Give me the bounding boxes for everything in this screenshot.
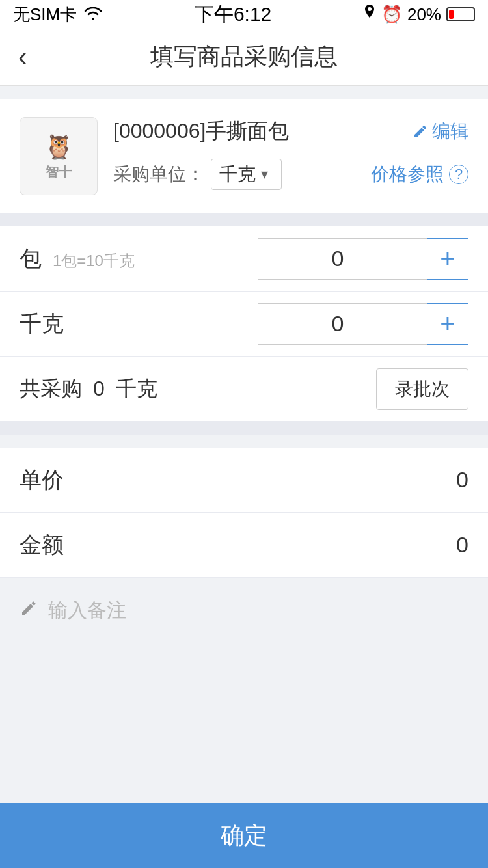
nav-bar: ‹ 填写商品采购信息 <box>0 29 488 86</box>
battery-icon <box>446 7 475 21</box>
alarm-icon: ⏰ <box>381 5 402 25</box>
bag-input-row: 包 1包=10千克 + <box>0 226 488 292</box>
kg-label-group: 千克 <box>20 309 64 339</box>
status-right: ⏰ 20% <box>363 5 475 25</box>
input-section: 包 1包=10千克 + 千克 + 共采购 0 千克 录批次 <box>0 226 488 422</box>
unit-select[interactable]: 千克 ▾ <box>211 159 282 190</box>
status-bar: 无SIM卡 下午6:12 ⏰ 20% <box>0 0 488 29</box>
amount-label: 金额 <box>20 530 64 560</box>
unit-price-row: 单价 0 <box>0 448 488 513</box>
total-unit: 千克 <box>116 377 157 400</box>
kg-label: 千克 <box>20 311 64 336</box>
kg-input-right: + <box>258 303 468 345</box>
kg-input-row: 千克 + <box>0 292 488 357</box>
bag-quantity-input[interactable] <box>258 238 427 280</box>
wifi-icon <box>83 5 103 25</box>
batch-button[interactable]: 录批次 <box>376 368 468 410</box>
status-time: 下午6:12 <box>195 1 271 28</box>
bag-input-right: + <box>258 238 468 280</box>
product-thumbnail: 🦉 智十 <box>20 117 98 195</box>
location-icon <box>363 5 376 25</box>
product-card: 🦉 智十 [0000006]手撕面包 编辑 采购单位： 千克 ▾ 价格 <box>0 99 488 213</box>
unit-label: 采购单位： 千克 ▾ <box>113 159 282 190</box>
confirm-button-label: 确定 <box>221 820 267 852</box>
amount-value: 0 <box>456 532 468 558</box>
price-ref-button[interactable]: 价格参照 ? <box>371 162 468 187</box>
kg-plus-button[interactable]: + <box>427 303 468 345</box>
total-row: 共采购 0 千克 录批次 <box>0 357 488 422</box>
amount-row: 金额 0 <box>0 513 488 578</box>
svg-point-0 <box>368 7 372 11</box>
price-section: 单价 0 金额 0 <box>0 448 488 578</box>
back-button[interactable]: ‹ <box>18 42 27 72</box>
price-ref-icon: ? <box>449 165 468 184</box>
total-prefix: 共采购 <box>20 377 82 400</box>
edit-button[interactable]: 编辑 <box>413 119 468 144</box>
total-text-group: 共采购 0 千克 <box>20 375 157 403</box>
notes-placeholder: 输入备注 <box>48 597 126 624</box>
notes-section[interactable]: 输入备注 <box>0 578 488 643</box>
product-name-row: [0000006]手撕面包 编辑 <box>113 117 468 146</box>
page-title: 填写商品采购信息 <box>150 41 338 73</box>
status-left: 无SIM卡 <box>13 3 103 26</box>
confirm-button[interactable]: 确定 <box>0 803 488 868</box>
separator-2 <box>0 422 488 435</box>
product-full-name: [0000006]手撕面包 <box>113 117 289 146</box>
pencil-icon <box>20 599 38 622</box>
product-info: [0000006]手撕面包 编辑 采购单位： 千克 ▾ 价格参照 ? <box>113 117 468 190</box>
total-amount: 0 <box>93 377 105 400</box>
bag-label-group: 包 1包=10千克 <box>20 244 135 274</box>
product-logo: 🦉 智十 <box>44 133 74 179</box>
dropdown-arrow: ▾ <box>261 166 268 183</box>
carrier-label: 无SIM卡 <box>13 3 77 26</box>
kg-quantity-input[interactable] <box>258 303 427 345</box>
unit-price-label: 单价 <box>20 465 64 495</box>
bag-label: 包 <box>20 246 42 271</box>
bag-plus-button[interactable]: + <box>427 238 468 280</box>
product-unit-row: 采购单位： 千克 ▾ 价格参照 ? <box>113 159 468 190</box>
separator-1 <box>0 213 488 226</box>
battery-percent: 20% <box>407 5 441 25</box>
bag-hint: 1包=10千克 <box>53 252 135 269</box>
unit-price-value: 0 <box>456 467 468 493</box>
